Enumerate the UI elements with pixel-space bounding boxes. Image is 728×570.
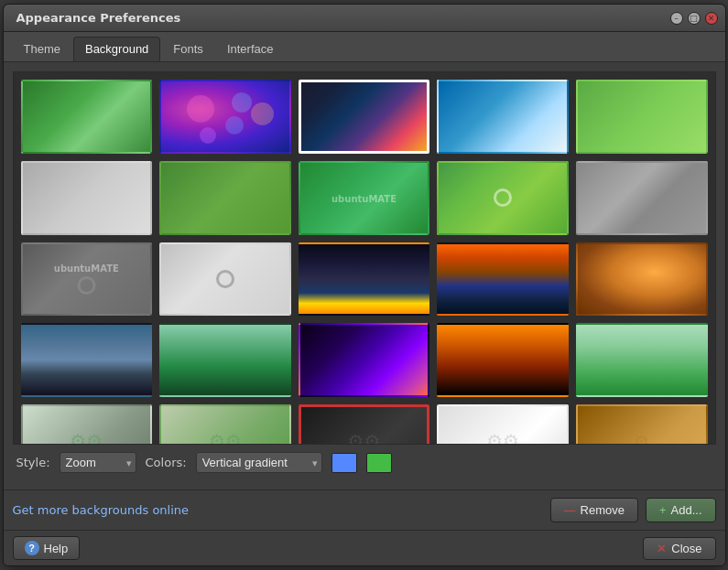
- mate-circle-icon: [494, 188, 512, 207]
- wallpaper-item[interactable]: [576, 323, 708, 397]
- colors-select-wrap: Vertical gradient Horizontal gradient So…: [196, 452, 322, 473]
- mate-logo: ubuntuMATE: [331, 194, 397, 204]
- style-select-wrap: Zoom Centered Scaled Stretched Tiled Fil…: [60, 452, 136, 473]
- wallpaper-item[interactable]: [437, 161, 569, 235]
- window-controls: – □ ✕: [670, 12, 718, 25]
- help-icon: ?: [25, 541, 39, 555]
- action-buttons: — Remove + Add...: [550, 498, 716, 522]
- colors-label: Colors:: [146, 456, 187, 469]
- wallpaper-item[interactable]: [437, 323, 569, 397]
- minimize-button[interactable]: –: [670, 12, 683, 25]
- get-more-backgrounds-link[interactable]: Get more backgrounds online: [13, 503, 190, 517]
- style-bar: Style: Zoom Centered Scaled Stretched Ti…: [13, 445, 716, 480]
- close-label: Close: [671, 542, 701, 555]
- wallpaper-item[interactable]: [159, 242, 291, 317]
- tab-content: ubuntuMATE ubuntuMATE: [4, 62, 725, 489]
- footer-close-button[interactable]: ✕ Close: [643, 537, 715, 560]
- wallpaper-item[interactable]: [437, 242, 569, 317]
- window-title: Appearance Preferences: [11, 11, 670, 25]
- tab-bar: Theme Background Fonts Interface: [4, 32, 725, 62]
- main-window: Appearance Preferences – □ ✕ Theme Backg…: [3, 4, 726, 566]
- wallpaper-item[interactable]: [576, 80, 708, 154]
- wallpaper-item[interactable]: [576, 161, 708, 235]
- wallpaper-item[interactable]: ⚙⚙: [159, 404, 291, 445]
- remove-icon: —: [564, 503, 576, 517]
- mate-logo-text: ubuntuMATE: [54, 263, 119, 274]
- tab-fonts[interactable]: Fonts: [162, 37, 214, 61]
- color-swatch-2[interactable]: [366, 453, 392, 473]
- gear-icon: ⚙⚙: [486, 430, 519, 445]
- wallpaper-item[interactable]: ⚙: [576, 404, 708, 445]
- wallpaper-item[interactable]: ⚙⚙: [437, 404, 569, 445]
- add-icon: +: [659, 503, 667, 517]
- gear-icon: ⚙⚙: [209, 430, 242, 445]
- add-button[interactable]: + Add...: [646, 498, 716, 522]
- color-swatch-1[interactable]: [331, 453, 357, 473]
- close-window-button[interactable]: ✕: [705, 12, 718, 25]
- wallpaper-item[interactable]: [159, 323, 291, 397]
- tab-background[interactable]: Background: [73, 37, 160, 61]
- wallpaper-item[interactable]: [159, 161, 291, 235]
- gear-icon: ⚙⚙: [348, 430, 381, 445]
- tab-interface[interactable]: Interface: [216, 37, 285, 61]
- gear-icon: ⚙: [635, 432, 649, 445]
- mate-circle-icon: [77, 276, 95, 295]
- add-label: Add...: [671, 503, 702, 517]
- wallpaper-item[interactable]: [21, 161, 153, 235]
- help-label: Help: [44, 542, 69, 555]
- wallpaper-item[interactable]: [21, 323, 153, 397]
- remove-label: Remove: [581, 503, 625, 517]
- mate-circle-icon: [216, 270, 234, 288]
- wallpaper-item[interactable]: [576, 242, 708, 317]
- wallpaper-item[interactable]: ubuntuMATE: [21, 242, 153, 317]
- bottom-action-bar: Get more backgrounds online — Remove + A…: [4, 489, 725, 530]
- wallpaper-item[interactable]: [21, 80, 153, 154]
- wallpaper-grid: ubuntuMATE ubuntuMATE: [21, 80, 708, 445]
- wallpaper-item[interactable]: [159, 80, 291, 154]
- style-label: Style:: [16, 456, 50, 469]
- colors-select[interactable]: Vertical gradient Horizontal gradient So…: [196, 452, 322, 473]
- remove-button[interactable]: — Remove: [550, 498, 638, 522]
- wallpaper-grid-container[interactable]: ubuntuMATE ubuntuMATE: [13, 71, 716, 445]
- help-button[interactable]: ? Help: [13, 536, 81, 560]
- x-icon: ✕: [657, 542, 667, 555]
- wallpaper-item[interactable]: [299, 80, 430, 154]
- wallpaper-item[interactable]: ubuntuMATE: [299, 161, 430, 235]
- footer-bar: ? Help ✕ Close: [4, 530, 725, 565]
- wallpaper-item-selected[interactable]: ⚙⚙: [299, 404, 430, 445]
- gear-icon: ⚙⚙: [70, 430, 103, 445]
- wallpaper-item[interactable]: ⚙⚙: [21, 404, 153, 445]
- wallpaper-item[interactable]: [299, 323, 430, 397]
- titlebar: Appearance Preferences – □ ✕: [4, 5, 725, 32]
- style-select[interactable]: Zoom Centered Scaled Stretched Tiled Fil…: [60, 452, 136, 473]
- tab-theme[interactable]: Theme: [13, 37, 71, 61]
- wallpaper-item[interactable]: [299, 242, 430, 317]
- maximize-button[interactable]: □: [688, 12, 701, 25]
- wallpaper-item[interactable]: [437, 80, 569, 154]
